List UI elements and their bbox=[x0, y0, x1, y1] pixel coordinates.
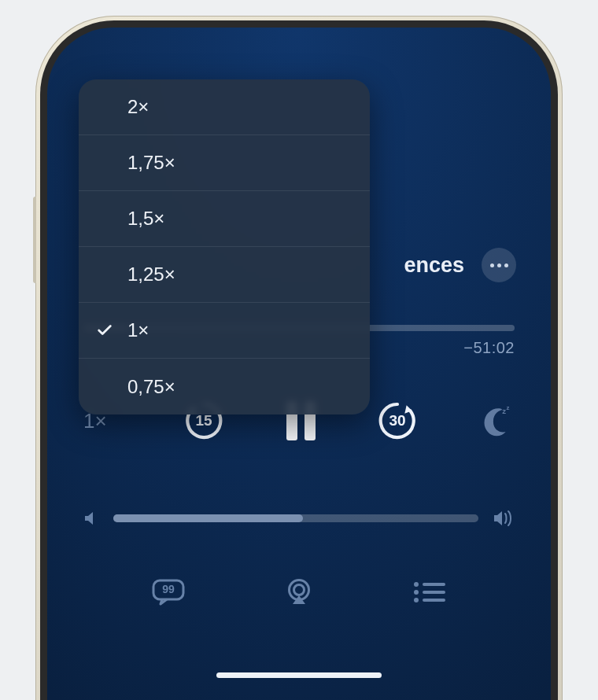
svg-text:99: 99 bbox=[162, 583, 175, 595]
svg-point-8 bbox=[414, 598, 419, 602]
speed-option[interactable]: 1× bbox=[79, 303, 370, 359]
volume-fill bbox=[113, 514, 303, 522]
phone-frame: ences −51:02 1× bbox=[35, 16, 563, 700]
speed-option-label: 1,5× bbox=[127, 208, 164, 230]
volume-row bbox=[83, 509, 515, 528]
speed-option[interactable]: 1,5× bbox=[79, 191, 370, 247]
airplay-icon bbox=[282, 578, 316, 606]
bottom-action-row: 99 bbox=[47, 578, 551, 606]
episode-title-fragment: ences bbox=[404, 253, 464, 278]
quote-bubble-icon: 99 bbox=[151, 578, 186, 606]
home-indicator[interactable] bbox=[216, 672, 382, 678]
speed-option[interactable]: 2× bbox=[79, 79, 370, 135]
svg-rect-11 bbox=[423, 599, 445, 602]
check-icon bbox=[96, 322, 113, 339]
volume-slider[interactable] bbox=[113, 514, 478, 522]
chapters-button[interactable]: 99 bbox=[151, 578, 186, 606]
svg-rect-9 bbox=[423, 583, 445, 586]
svg-rect-10 bbox=[423, 591, 445, 594]
ellipsis-icon bbox=[490, 263, 494, 267]
svg-point-6 bbox=[414, 582, 419, 587]
svg-text:z: z bbox=[502, 407, 506, 415]
skip-forward-button[interactable]: 30 bbox=[375, 399, 419, 443]
speed-option-label: 0,75× bbox=[127, 376, 175, 398]
speed-option-label: 1,75× bbox=[127, 152, 175, 174]
now-playing-screen: ences −51:02 1× bbox=[47, 28, 551, 700]
volume-high-icon bbox=[493, 509, 515, 528]
playback-speed-menu: 2×1,75×1,5×1,25×1×0,75× bbox=[79, 79, 370, 414]
speed-option[interactable]: 1,75× bbox=[79, 135, 370, 191]
skip-forward-seconds-label: 30 bbox=[375, 399, 419, 443]
speed-option[interactable]: 0,75× bbox=[79, 359, 370, 414]
more-button[interactable] bbox=[482, 248, 516, 282]
speed-option[interactable]: 1,25× bbox=[79, 247, 370, 303]
speed-option-label: 1× bbox=[127, 319, 149, 341]
sleep-timer-button[interactable]: z z bbox=[471, 404, 515, 437]
time-remaining-label: −51:02 bbox=[463, 339, 515, 357]
airplay-button[interactable] bbox=[282, 578, 316, 606]
svg-text:z: z bbox=[507, 404, 510, 411]
volume-low-icon bbox=[83, 510, 99, 527]
speed-option-label: 2× bbox=[127, 96, 149, 118]
svg-point-7 bbox=[414, 590, 419, 595]
speed-option-label: 1,25× bbox=[127, 263, 175, 286]
list-icon bbox=[412, 580, 447, 604]
phone-bezel: ences −51:02 1× bbox=[40, 20, 558, 700]
svg-point-5 bbox=[293, 585, 304, 595]
moon-icon: z z bbox=[482, 404, 515, 437]
queue-button[interactable] bbox=[412, 580, 447, 604]
